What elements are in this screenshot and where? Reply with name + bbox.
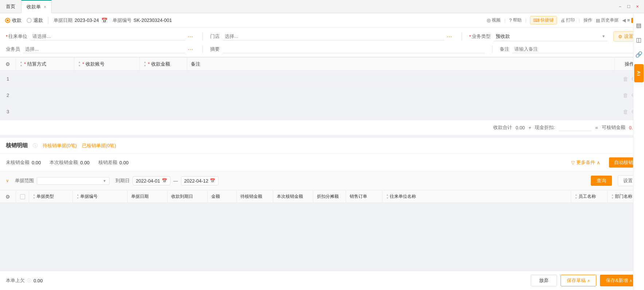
td-num-2: 2 [0,87,16,103]
date-label: 单据日期 [54,17,72,24]
operation-btn[interactable]: 操作 [584,17,592,23]
td-remark-2[interactable] [187,87,615,103]
from-unit-input[interactable] [30,32,185,40]
serial-value: SK-20230324-001 [134,17,172,23]
biz-type-required: * [469,34,471,39]
delete-row-2-icon[interactable]: 🗑 [623,92,628,98]
date-value: 2023-03-24 [75,17,99,23]
pending-tab[interactable]: 待核销单据(0笔) [43,142,77,149]
bth-from-unit: ▲▼ 往来单位名称 [382,191,571,203]
summary-input[interactable] [223,45,485,53]
discount-label: 现金折扣: [535,124,555,131]
biz-type-label: 业务类型 [472,33,491,40]
sidebar-table-icon[interactable]: ▤ [634,20,644,30]
td-account-2[interactable] [74,87,140,103]
from-unit-more-btn[interactable]: ··· [185,33,195,40]
discard-btn[interactable]: 放弃 [531,275,557,286]
verif-info-icon[interactable]: ⓘ [33,142,38,149]
save-draft-label: 保存草稿 [567,277,586,284]
tab-home[interactable]: 首页 [0,0,21,13]
due-date-start[interactable]: 2022-04-01 📅 [133,176,170,185]
history-btn[interactable]: ▤ 历史单据 [596,17,619,23]
equals-sign: = [595,125,598,130]
due-date-start-value: 2022-04-01 [136,178,160,184]
range-select[interactable]: ▼ [37,177,110,185]
td-amount-2[interactable] [140,87,187,103]
save-draft-arrow: ∧ [587,278,590,283]
verif-title: 核销明细 [6,142,28,149]
unverified-label: 未核销金额 [6,159,30,166]
sidebar-attach-icon[interactable]: 🔗 [634,50,644,59]
window-maximize[interactable]: □ [626,4,632,9]
staff-more-btn[interactable]: ··· [185,46,195,53]
td-settlement-2[interactable] [16,87,74,103]
bth-serial: ▲▼ 单据编号 [73,191,127,203]
store-more-btn[interactable]: ··· [444,33,454,40]
from-unit-label-text: 往来单位 [8,33,27,40]
td-amount-1[interactable] [140,71,187,87]
td-amount-3[interactable] [140,103,187,119]
store-label: 门店 [210,33,220,40]
this-verif-label: 本次核销金额 [50,159,78,166]
from-unit-label: * [6,34,8,39]
total-label: 收款合计 [493,124,512,131]
bth-settings[interactable]: ⚙ [0,191,16,203]
more-conditions-btn[interactable]: ▽ 更多条件 ∧ [571,159,600,166]
radio-receipt[interactable]: 收款 [5,17,21,24]
print-btn[interactable]: 🖨 打印 [561,17,575,23]
window-close[interactable]: × [635,4,640,9]
radio-receipt-label: 收款 [12,17,21,24]
remark-input[interactable] [512,45,638,53]
th-amount: ▲▼ * 收款金额 [140,58,187,70]
th-settings[interactable]: ⚙ [0,58,16,70]
range-dropdown-icon: ▼ [103,179,106,183]
sidebar-doc-icon[interactable]: ◫ [634,35,644,44]
bth-type: ▲▼ 单据类型 [29,191,73,203]
filter-expand-icon[interactable]: ∨ [6,178,9,183]
query-btn[interactable]: 查询 [591,176,612,186]
footer-value: 0.00 [34,278,43,283]
bth-staff: ▲▼ 员工名称 [571,191,608,203]
td-remark-3[interactable] [187,103,615,119]
tab-receipt[interactable]: 收款单 × [21,0,52,13]
nav-prev-icon[interactable]: ◀ [622,17,626,23]
td-settlement-1[interactable] [16,71,74,87]
plus-sign: + [529,125,531,130]
bth-date: 单据日期 [127,191,168,203]
td-remark-1[interactable] [187,71,615,87]
bth-check[interactable] [16,191,29,202]
sidebar-ai-btn[interactable]: Ai [634,64,644,82]
td-settlement-3[interactable] [16,103,74,119]
td-account-1[interactable] [74,71,140,87]
due-date-end[interactable]: 2022-04-12 📅 [181,176,219,185]
staff-input[interactable] [23,45,185,53]
radio-refund[interactable]: 退款 [27,17,43,24]
help-btn[interactable]: ? 帮助 [509,17,522,23]
save-new-btn[interactable]: 保存&新增 ∧ [600,275,638,286]
delete-row-3-icon[interactable]: 🗑 [623,109,628,115]
this-verif-value: 0.00 [80,160,89,165]
shortcut-btn[interactable]: ⌨ 快捷键 [530,16,557,24]
layout-icon[interactable]: ≡ [627,17,630,23]
th-settlement: ▲▼ * 结算方式 [16,58,74,70]
td-account-3[interactable] [74,103,140,119]
th-remark: 备注 [187,58,615,70]
th-account: ▲▼ * 收款账号 [74,58,140,70]
done-tab[interactable]: 已核销单据(0笔) [82,142,116,149]
bth-amount: 金额 [208,191,237,203]
table-row: 1 🗑 ⊕ [0,71,644,87]
date-range-dash: — [173,178,178,184]
window-minimize[interactable]: － [617,4,623,9]
table-row: 2 🗑 ⊕ [0,87,644,103]
diff-label: 核销差额 [98,159,117,166]
tab-close-icon[interactable]: × [44,4,46,9]
store-input[interactable] [223,32,444,40]
biz-type-dropdown-icon[interactable]: ▼ [602,34,605,38]
video-btn[interactable]: ◎ 视频 [487,17,500,23]
footer-info-icon[interactable]: ⓘ [27,278,31,284]
delete-row-1-icon[interactable]: 🗑 [623,76,628,82]
due-date-end-value: 2022-04-12 [184,178,209,184]
calendar-icon[interactable]: 📅 [101,17,107,23]
discount-input[interactable] [559,124,592,131]
save-draft-btn[interactable]: 保存草稿 ∧ [561,275,596,286]
